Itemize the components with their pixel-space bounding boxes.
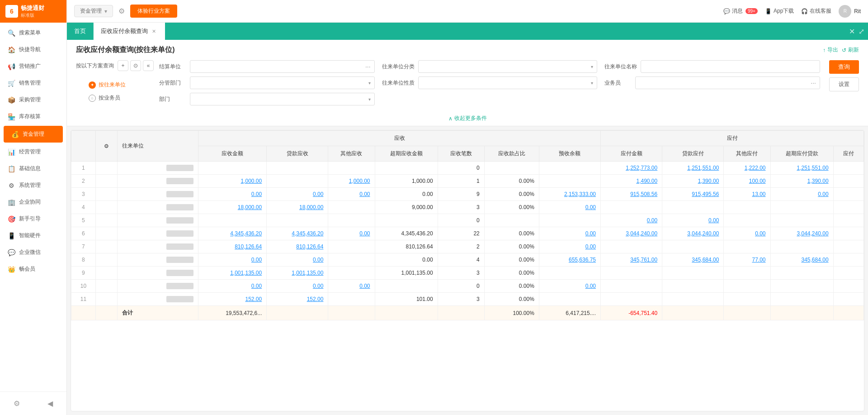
field-salesperson[interactable]: ··· (635, 76, 820, 89)
sidebar-item-hardware[interactable]: 📱 智能硬件 (0, 227, 66, 244)
sidebar-item-system[interactable]: ⚙ 系统管理 (0, 177, 66, 194)
table-row: 11 152.00 152.00 101.00 3 0.00% (71, 293, 864, 306)
cell-settings (95, 175, 117, 188)
tabbar: 首页 应收应付余额查询 ✕ ✕ ⤢ (67, 23, 868, 40)
collapse-sidebar-btn[interactable]: ◀ (45, 396, 56, 410)
cell-settings (95, 227, 117, 240)
topbar: 资金管理 ▾ ⚙ 体验行业方案 💬 消息 99+ 📱 App下载 🎧 在线客服 … (67, 0, 868, 23)
add-filter-btn[interactable]: + (118, 60, 128, 71)
sidebar-label-shortcut: 快捷导航 (19, 46, 41, 53)
query-button[interactable]: 查询 (829, 60, 859, 74)
collapse-filter-btn[interactable]: « (143, 60, 154, 71)
filter-row-settlement: 结算单位 ··· (159, 60, 375, 73)
th-settings[interactable]: ⚙ (95, 131, 117, 162)
solution-button[interactable]: 体验行业方案 (130, 5, 177, 18)
cell-recv-overdue: 9,000.00 (375, 201, 438, 214)
sidebar-item-enterprise[interactable]: 🏢 企业协同 (0, 194, 66, 210)
cell-recv-prepay (539, 293, 600, 306)
footer-recv-other (328, 306, 375, 320)
cell-pay-amount: 3,044,240.00 (601, 227, 662, 240)
cell-recv-prepay (539, 162, 600, 175)
user-info[interactable]: R Rit (839, 5, 861, 18)
user-avatar: R (839, 5, 851, 18)
cell-no: 2 (71, 175, 96, 188)
service-icon: 🎧 (801, 8, 808, 14)
collapse-more-row[interactable]: ∧ 收起更多条件 (76, 111, 859, 126)
sidebar-item-sales[interactable]: 🛒 销售管理 (0, 75, 66, 91)
online-service-btn[interactable]: 🎧 在线客服 (801, 7, 831, 15)
sidebar-item-member[interactable]: 👑 畅会员 (0, 261, 66, 277)
sidebar-item-shortcut[interactable]: 🏠 快捷导航 (0, 41, 66, 58)
topbar-right: 💬 消息 99+ 📱 App下载 🎧 在线客服 R Rit (723, 5, 861, 18)
th-recv-prepay: 预收余额 (539, 146, 600, 162)
cell-no: 9 (71, 267, 96, 280)
expand-btn[interactable]: ⤢ (859, 27, 864, 36)
sidebar-item-inventory[interactable]: 🏪 库存核算 (0, 108, 66, 125)
cell-no: 5 (71, 214, 96, 227)
cell-pay-loan: 3,044,240.00 (662, 227, 724, 240)
field-department[interactable]: ▾ (190, 93, 375, 105)
cell-recv-ratio: 0.00% (484, 240, 539, 253)
scheme-unit[interactable]: ✦ 按往来单位 (85, 79, 154, 91)
sidebar-label-hardware: 智能硬件 (19, 232, 41, 239)
sidebar-item-basic[interactable]: 📋 基础信息 (0, 160, 66, 177)
breadcrumb-text: 资金管理 (80, 7, 102, 15)
breadcrumb-arrow[interactable]: ▾ (104, 8, 107, 14)
tab-query[interactable]: 应收应付余额查询 ✕ (94, 23, 165, 40)
export-btn[interactable]: ↑ 导出 (823, 46, 838, 54)
cell-recv-count: 3 (438, 201, 484, 214)
cell-recv-count: 3 (438, 293, 484, 306)
cell-recv-prepay: 0.00 (539, 280, 600, 293)
collapse-label: 收起更多条件 (454, 114, 487, 122)
cell-recv-overdue (375, 214, 438, 227)
tab-close-btn[interactable]: ✕ (151, 28, 157, 35)
cell-no: 11 (71, 293, 96, 306)
th-payable-group: 应付 (601, 131, 864, 146)
field-name[interactable] (641, 60, 820, 73)
tab-home[interactable]: 首页 (67, 23, 94, 40)
th-recv-loan: 贷款应收 (267, 146, 328, 162)
search-icon: 🔍 (7, 29, 15, 37)
cell-recv-overdue (375, 162, 438, 175)
set-button[interactable]: 设置 (829, 77, 859, 91)
refresh-btn[interactable]: ↺ 刷新 (842, 46, 859, 54)
field-category[interactable]: ▾ (418, 60, 598, 73)
export-icon: ↑ (823, 47, 826, 53)
sidebar-item-guide[interactable]: 🎯 新手引导 (0, 210, 66, 227)
field-dept[interactable]: ▾ (190, 76, 375, 89)
cell-recv-overdue: 0.00 (375, 253, 438, 267)
sidebar-item-marketing[interactable]: 📢 营销推广 (0, 58, 66, 75)
messages-btn[interactable]: 💬 消息 99+ (723, 7, 758, 15)
cell-recv-prepay (539, 267, 600, 280)
app-download-btn[interactable]: 📱 App下载 (765, 7, 794, 15)
cell-no: 10 (71, 280, 96, 293)
cell-recv-ratio: 0.00% (484, 188, 539, 201)
cell-recv-count: 0 (438, 280, 484, 293)
cell-recv-amount: 0.00 (198, 280, 267, 293)
topbar-settings-icon[interactable]: ⚙ (118, 7, 125, 15)
sidebar-item-finance[interactable]: 💰 资金管理 (4, 126, 63, 143)
cell-pay-other (724, 267, 770, 280)
sidebar-item-wechat[interactable]: 💬 企业微信 (0, 244, 66, 261)
cell-pay-amount: 1,490.00 (601, 175, 662, 188)
messages-label: 消息 (732, 7, 743, 15)
message-icon: 💬 (723, 8, 730, 14)
edit-filter-btn[interactable]: ⊙ (130, 60, 141, 71)
cell-pay-overdue (770, 240, 833, 253)
field-nature[interactable]: ▾ (418, 76, 598, 89)
sidebar-item-purchase[interactable]: 📦 采购管理 (0, 91, 66, 108)
cell-recv-loan: 0.00 (267, 280, 328, 293)
sidebar-item-search[interactable]: 🔍 搜索菜单 (0, 24, 66, 41)
footer-pay-other (724, 306, 770, 320)
field-settlement[interactable]: ··· (190, 60, 375, 73)
cell-recv-other: 1,000.00 (328, 175, 375, 188)
sidebar-item-operations[interactable]: 📊 经营管理 (0, 143, 66, 160)
cell-recv-ratio: 0.00% (484, 253, 539, 267)
scheme-staff[interactable]: ○ 按业务员 (85, 92, 154, 104)
cell-recv-count: 0 (438, 214, 484, 227)
close-window-btn[interactable]: ✕ (849, 27, 855, 36)
settings-footer-btn[interactable]: ⚙ (11, 396, 23, 410)
cell-pay-last (833, 188, 863, 201)
service-label: 在线客服 (810, 7, 831, 15)
filter-row-name: 往来单位名称 (604, 60, 820, 73)
